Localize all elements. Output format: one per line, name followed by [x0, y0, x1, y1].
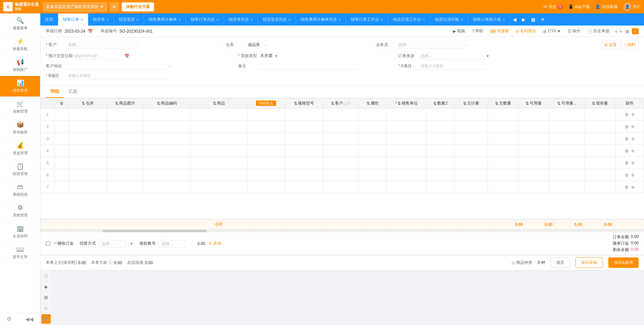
tab-return-history[interactable]: 销货退货历史 ✕ [258, 13, 296, 26]
sidebar-item-sales[interactable]: 📊 销售管理 [0, 76, 40, 97]
help-btn[interactable]: ? 帮助 [470, 28, 485, 35]
row-avail-6[interactable] [519, 169, 549, 181]
row-warehouse-1[interactable] [69, 109, 107, 121]
right-icon-1[interactable]: □ [41, 271, 51, 281]
project-b-input[interactable] [66, 72, 167, 79]
row-qty2-6[interactable] [426, 169, 455, 181]
row-warehouse-5[interactable] [69, 157, 107, 169]
copy-icon-2[interactable]: ⊕ [631, 124, 635, 129]
row-warehouse-3[interactable] [69, 133, 107, 145]
row-main-unit-5[interactable] [455, 157, 488, 169]
account-ellipsis[interactable]: ··· [191, 241, 194, 246]
row-spec-1[interactable] [285, 109, 323, 121]
tab-sales-bill[interactable]: 销货单 ✕ [88, 13, 114, 26]
row-warehouse-6[interactable] [69, 169, 107, 181]
row-stock-2[interactable] [585, 121, 615, 133]
th-main-unit[interactable]: ⇅ 主计量 [455, 98, 488, 109]
row-avail2-5[interactable] [549, 157, 584, 169]
calendar-icon[interactable]: 📅 [88, 29, 93, 34]
tab-fee-split-close[interactable]: ✕ [178, 18, 181, 22]
column-settings-icon[interactable]: ⚙ [60, 101, 64, 106]
app-download-btn[interactable]: 📱 App下载 [568, 4, 590, 10]
row-stock-6[interactable] [585, 169, 615, 181]
row-img-7[interactable] [107, 181, 143, 193]
row-scan-5[interactable] [247, 157, 285, 169]
row-spec-5[interactable] [285, 157, 323, 169]
pay-method-input[interactable] [99, 240, 126, 247]
settings-button[interactable]: ⚙ 设置 [601, 40, 620, 49]
row-unit-3[interactable] [387, 133, 426, 145]
tab-fee-history[interactable]: 销售费用分摊单历史 ✕ [296, 13, 346, 26]
tab-daily-workbench[interactable]: 钱货日清工作台 ✕ [388, 13, 430, 26]
delete-icon-7[interactable]: 🗑 [625, 185, 629, 190]
sidebar-item-nav[interactable]: ⚡ 快捷导航 [0, 34, 40, 55]
row-main-unit-3[interactable] [455, 133, 488, 145]
ops-btn[interactable]: ☰ 操作 [566, 28, 582, 35]
row-product-4[interactable] [190, 145, 247, 157]
row-main-unit-2[interactable] [455, 121, 488, 133]
tab-order-workbench[interactable]: 销售订单工作台 ✕ [346, 13, 388, 26]
th-product[interactable]: ⇅ 商品 [190, 98, 247, 109]
tab-sales-bill-close[interactable]: ✕ [106, 18, 109, 22]
tab-detail[interactable]: 明细 [46, 86, 64, 98]
delete-icon-4[interactable]: 🗑 [625, 149, 629, 153]
row-ops-4[interactable]: 🗑 ⊕ [615, 145, 644, 157]
row-customer-5[interactable] [323, 157, 358, 169]
pay-method-chevron[interactable]: ▼ [129, 241, 134, 246]
row-avail2-7[interactable] [549, 181, 584, 193]
row-scan-7[interactable] [247, 181, 285, 193]
tab-menu-btn[interactable]: ▦ [528, 17, 538, 22]
user-btn[interactable]: 👤 用户 [623, 3, 641, 11]
row-img-5[interactable] [107, 157, 143, 169]
row-scan-3[interactable] [247, 133, 285, 145]
remark-input[interactable] [258, 63, 359, 70]
row-customer-4[interactable] [323, 145, 358, 157]
row-attr-3[interactable] [358, 133, 387, 145]
th-spec[interactable]: ⇅ 规格型号 [285, 98, 323, 109]
row-main-qty-1[interactable] [488, 109, 518, 121]
row-qty2-3[interactable] [426, 133, 455, 145]
row-avail2-3[interactable] [549, 133, 584, 145]
row-customer-2[interactable] [323, 121, 358, 133]
row-avail2-6[interactable] [549, 169, 584, 181]
sidebar-item-stock[interactable]: 📦 库存核算 [0, 118, 40, 138]
sidebar-item-search[interactable]: 🔍 搜索菜单 [0, 13, 40, 34]
add-payment-btn[interactable]: ⊕ 添加 [209, 241, 221, 246]
row-spec-3[interactable] [285, 133, 323, 145]
row-main-qty-5[interactable] [488, 157, 518, 169]
row-attr-7[interactable] [358, 181, 387, 193]
message-btn[interactable]: ✉ 消息 9 [543, 4, 563, 10]
row-avail-5[interactable] [519, 157, 549, 169]
tab-stats[interactable]: 销售订单统计表 ✕ [468, 13, 510, 26]
row-code-6[interactable] [143, 169, 191, 181]
tab-reconcile[interactable]: 钱货日清对账 ✕ [430, 13, 468, 26]
tab-order-workbench-close[interactable]: ✕ [380, 18, 383, 22]
solution-button[interactable]: 体验行业方案 [122, 2, 154, 11]
customer-input[interactable] [66, 41, 133, 48]
tab-order-history[interactable]: 销售订单历史 ✕ [186, 13, 224, 26]
sidebar-settings-btn[interactable]: ⚙ [7, 316, 11, 322]
row-main-unit-6[interactable] [455, 169, 488, 181]
tab-fee-history-close[interactable]: ✕ [338, 18, 341, 22]
row-img-4[interactable] [107, 145, 143, 157]
row-scan-4[interactable] [247, 145, 285, 157]
row-attr-4[interactable] [358, 145, 387, 157]
row-main-qty-3[interactable] [488, 133, 518, 145]
invoice-chevron-icon[interactable]: ▼ [274, 54, 278, 58]
online-support-btn[interactable]: 👤 在线客服 [595, 4, 618, 10]
delete-icon-2[interactable]: 🗑 [625, 124, 629, 129]
address-ellipsis[interactable]: ··· [168, 64, 172, 69]
row-qty2-1[interactable] [426, 109, 455, 121]
row-unit-5[interactable] [387, 157, 426, 169]
view-btn[interactable]: ▶ 视频 [451, 28, 467, 35]
delivery-date-input[interactable] [73, 52, 123, 59]
save-draft-button[interactable]: 保存草稿 [575, 257, 603, 268]
th-icon[interactable]: ⚙ [55, 98, 69, 109]
row-main-unit-7[interactable] [455, 181, 488, 193]
row-stock-4[interactable] [585, 145, 615, 157]
tab-sales-return[interactable]: 销货退货 ✕ [114, 13, 144, 26]
row-product-1[interactable] [190, 109, 247, 121]
row-spec-4[interactable] [285, 145, 323, 157]
sidebar-item-promo[interactable]: 📢 营销推广 [0, 55, 40, 76]
row-qty2-4[interactable] [426, 145, 455, 157]
